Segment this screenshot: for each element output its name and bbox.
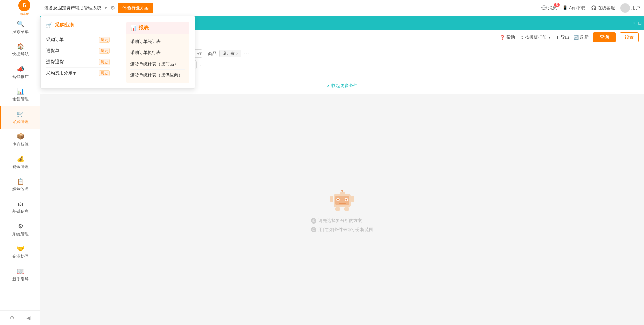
online-service-btn[interactable]: 🎧 在线客服 — [591, 5, 615, 11]
goods-tag: 设计费 × — [219, 50, 241, 57]
sidebar-label-enterprise: 企业协同 — [12, 254, 29, 259]
svg-point-4 — [337, 199, 339, 201]
goods-filter-group: 商品 设计费 × ··· — [208, 50, 250, 57]
sidebar-item-sales[interactable]: 📊 销售管理 — [0, 84, 40, 106]
dropdown-item-stock-stat-goods[interactable]: 进货单统计表（按商品） — [130, 58, 186, 70]
logo-area: 6 标准版 — [4, 0, 44, 16]
print-label: 按模板打印 — [525, 34, 547, 40]
tab-window-max-icon[interactable]: □ — [639, 20, 641, 26]
dropdown-item-purchase-order[interactable]: 采购订单 历史 — [46, 34, 110, 45]
dropdown-report-bg: 📊 报表 采购订单统计表 采购订单执行表 进货单统计表（按商品） 进货单统计表（… — [126, 22, 190, 83]
avatar — [620, 3, 630, 13]
sidebar-item-operations[interactable]: 📋 经营管理 — [0, 174, 40, 196]
collapse-up-icon: ∧ — [327, 83, 330, 88]
refresh-btn[interactable]: 🔄 刷新 — [573, 34, 589, 40]
dropdown-item-purchase-order-label: 采购订单 — [46, 37, 64, 43]
sidebar: 🔍 搜索菜单 🏠 快捷导航 📣 营销推广 📊 销售管理 🛒 采购管理 📦 库存核… — [0, 16, 40, 325]
user-btn[interactable]: 用户 — [620, 3, 640, 13]
sidebar-collapse-btn[interactable]: ◀ — [26, 315, 30, 321]
dropdown-item-return-label: 进货退货 — [46, 59, 64, 65]
purchase-col-icon: 🛒 — [46, 22, 52, 28]
tip-item-2: ② 用[过滤]条件来缩小分析范围 — [311, 225, 373, 234]
enterprise-icon: 🤝 — [17, 245, 24, 252]
sidebar-item-system[interactable]: ⚙ 系统管理 — [0, 218, 40, 241]
dropdown-item-po-exec-label: 采购订单执行表 — [130, 50, 161, 56]
sidebar-label-guide: 新手引导 — [12, 276, 29, 282]
report-col-icon: 📊 — [130, 25, 137, 31]
finance-icon: 💰 — [17, 155, 24, 163]
refresh-icon: 🔄 — [573, 35, 579, 40]
header-gear-icon[interactable]: ⚙ — [110, 5, 115, 11]
header-right: 💬 消息 5 📱 App下载 🎧 在线客服 用户 — [541, 3, 640, 13]
dropdown-item-stock-in[interactable]: 进货单 历史 — [46, 45, 110, 56]
tab-window-close-icon[interactable]: × — [633, 20, 636, 26]
dropdown-item-purchase-order-badge: 历史 — [99, 37, 110, 43]
tip-text-1: 请先选择要分析的方案 — [318, 216, 362, 225]
sidebar-label-system: 系统管理 — [12, 231, 29, 237]
settings-button[interactable]: 设置 — [620, 32, 639, 42]
print-dropdown-icon[interactable]: ▼ — [548, 36, 551, 39]
sidebar-item-finance[interactable]: 💰 资金管理 — [0, 151, 40, 174]
collapse-label: 收起更多条件 — [331, 83, 358, 89]
sidebar-label-quick-nav: 快捷导航 — [12, 51, 29, 57]
salesperson-more-btn[interactable]: ··· — [200, 62, 205, 67]
sidebar-item-quick-nav[interactable]: 🏠 快捷导航 — [0, 39, 40, 61]
message-icon: 💬 — [541, 5, 547, 10]
inventory-icon: 📦 — [17, 133, 24, 140]
base-info-icon: 🗂 — [17, 200, 24, 207]
dropdown-item-purchase-order-stat[interactable]: 采购订单统计表 — [130, 36, 186, 47]
dropdown-item-purchase-order-exec[interactable]: 采购订单执行表 — [130, 47, 186, 58]
empty-tips: ① 请先选择要分析的方案 ② 用[过滤]条件来缩小分析范围 — [311, 216, 373, 234]
message-btn[interactable]: 💬 消息 5 — [541, 5, 557, 11]
purchase-icon: 🛒 — [17, 110, 24, 118]
dropdown-item-stock-stat-supplier[interactable]: 进货单统计表（按供应商） — [130, 70, 186, 80]
home-icon: 🏠 — [17, 43, 24, 50]
svg-point-5 — [345, 199, 347, 201]
phone-icon: 📱 — [562, 5, 568, 10]
export-btn[interactable]: ⬇ 导出 — [556, 34, 569, 40]
tip-text-2: 用[过滤]条件来缩小分析范围 — [318, 225, 373, 234]
purchase-dropdown-menu: 🛒 采购业务 采购订单 历史 进货单 历史 进货退货 历史 采购费用分摊单 历史 — [40, 16, 195, 89]
online-service-label: 在线客服 — [598, 5, 615, 11]
goods-tag-close-icon[interactable]: × — [236, 51, 238, 56]
sidebar-label-finance: 资金管理 — [12, 164, 29, 170]
goods-tag-text: 设计费 — [222, 51, 235, 56]
dropdown-item-return[interactable]: 进货退货 历史 — [46, 56, 110, 68]
sidebar-label-search: 搜索菜单 — [12, 29, 29, 35]
app-download-label: App下载 — [569, 5, 585, 11]
sidebar-item-base-info[interactable]: 🗂 基础信息 — [0, 196, 40, 218]
sidebar-item-search[interactable]: 🔍 搜索菜单 — [0, 16, 40, 39]
dropdown-item-stock-in-label: 进货单 — [46, 48, 59, 54]
sidebar-item-marketing[interactable]: 📣 营销推广 — [0, 61, 40, 84]
svg-rect-7 — [340, 192, 345, 194]
refresh-label: 刷新 — [580, 34, 589, 40]
dropdown-purchase-title: 🛒 采购业务 — [46, 22, 110, 30]
dropdown-item-return-badge: 历史 — [99, 59, 110, 65]
dropdown-item-stock-in-badge: 历史 — [99, 48, 110, 54]
sidebar-item-enterprise[interactable]: 🤝 企业协同 — [0, 241, 40, 263]
dropdown-item-ssg-label: 进货单统计表（按商品） — [130, 61, 178, 67]
sidebar-item-inventory[interactable]: 📦 库存核算 — [0, 129, 40, 151]
dropdown-item-expense[interactable]: 采购费用分摊单 历史 — [46, 68, 110, 78]
query-button[interactable]: 查询 — [593, 32, 616, 42]
print-btn[interactable]: 🖨 按模板打印 ▼ — [519, 34, 551, 40]
top-header: 6 标准版 装备及固定资产辅助管理系统 ▼ ⚙ 体验行业方案 💬 消息 5 📱 … — [0, 0, 644, 16]
sidebar-settings-btn[interactable]: ⚙ — [10, 315, 14, 321]
system-dropdown-icon[interactable]: ▼ — [104, 6, 108, 10]
message-badge: 5 — [554, 3, 560, 7]
svg-rect-11 — [335, 207, 340, 211]
trial-button[interactable]: 体验行业方案 — [118, 3, 153, 13]
purchase-dropdown-overlay: 🛒 采购业务 采购订单 历史 进货单 历史 进货退货 历史 采购费用分摊单 历史 — [40, 16, 195, 89]
tip-num-1: ① — [311, 218, 316, 224]
header-middle: 装备及固定资产辅助管理系统 ▼ ⚙ 体验行业方案 — [44, 3, 541, 13]
app-download-btn[interactable]: 📱 App下载 — [562, 5, 585, 11]
main-content: ① 请先选择要分析的方案 ② 用[过滤]条件来缩小分析范围 — [40, 94, 644, 325]
svg-rect-9 — [330, 196, 333, 202]
goods-more-btn[interactable]: ··· — [244, 51, 250, 56]
sidebar-item-purchase[interactable]: 🛒 采购管理 — [0, 106, 40, 129]
empty-illustration — [325, 186, 359, 212]
user-label: 用户 — [631, 5, 640, 11]
tab-right-controls: × □ — [633, 20, 641, 26]
sidebar-item-guide[interactable]: 📖 新手引导 — [0, 263, 40, 286]
help-btn[interactable]: ❓ 帮助 — [500, 34, 515, 40]
